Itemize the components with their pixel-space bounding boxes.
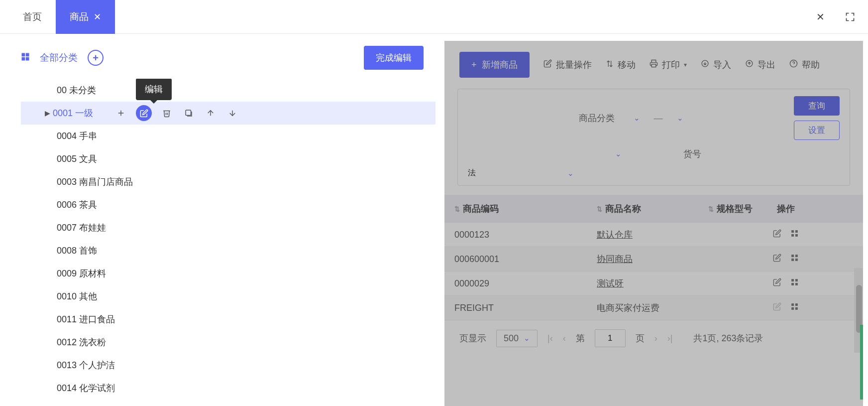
tree-item[interactable]: 0003 南昌门店商品: [21, 170, 435, 193]
add-category-button[interactable]: +: [88, 50, 104, 66]
tree-item[interactable]: 0007 布娃娃: [21, 216, 435, 239]
export-button[interactable]: 导出: [745, 59, 775, 71]
row-edit-icon[interactable]: [773, 229, 781, 240]
name-link[interactable]: 默认仓库: [597, 229, 633, 241]
product-table: ⇅商品编码 ⇅商品名称 ⇅规格型号 操作 0000123 默认仓库 000600…: [444, 195, 863, 320]
first-page-icon[interactable]: |‹: [547, 333, 553, 344]
move-up-icon[interactable]: [204, 106, 217, 120]
svg-rect-21: [795, 279, 798, 281]
sort-icon: ⇅: [597, 205, 602, 213]
row-more-icon[interactable]: [790, 278, 799, 289]
per-page-label: 页显示: [459, 332, 486, 344]
filter-category-label: 商品分类: [579, 112, 620, 124]
settings-button[interactable]: 设置: [794, 121, 840, 140]
help-button[interactable]: 帮助: [789, 59, 820, 71]
tree-item[interactable]: 0010 其他: [21, 285, 435, 308]
tree-item[interactable]: 0006 茶具: [21, 193, 435, 216]
row-more-icon[interactable]: [790, 229, 799, 240]
move-down-icon[interactable]: [225, 106, 239, 120]
tree-item[interactable]: 00 未分类: [21, 79, 435, 102]
move-button[interactable]: 移动: [606, 59, 636, 71]
prev-page-icon[interactable]: ‹: [563, 333, 566, 344]
next-page-icon[interactable]: ›: [654, 333, 657, 344]
sort-icon: [606, 60, 614, 70]
name-link[interactable]: 协同商品: [597, 253, 633, 265]
all-categories-label[interactable]: 全部分类: [40, 51, 78, 64]
finish-edit-button[interactable]: 完成编辑: [364, 46, 424, 70]
row-edit-icon: [773, 302, 781, 313]
filter-select-2a[interactable]: ⌄: [615, 149, 622, 158]
name-text: 电商买家付运费: [597, 302, 659, 314]
svg-rect-17: [795, 255, 798, 257]
name-link[interactable]: 测试呀: [597, 277, 624, 289]
tree-item[interactable]: [21, 400, 435, 406]
printer-icon: [650, 59, 658, 70]
filter-sku-label: 货号: [683, 148, 724, 160]
tree-item[interactable]: 0004 手串: [21, 125, 435, 147]
svg-rect-14: [791, 234, 794, 237]
fullscreen-icon[interactable]: [841, 8, 859, 26]
tree-item[interactable]: ▶ 0001 一级 编辑: [21, 102, 435, 125]
import-icon: [701, 59, 709, 70]
import-button[interactable]: 导入: [701, 59, 731, 71]
green-indicator: [860, 325, 863, 400]
row-more-icon[interactable]: [790, 254, 799, 265]
table-row[interactable]: FREIGHT 电商买家付运费: [444, 296, 863, 320]
svg-rect-26: [791, 307, 794, 310]
filter-category-select[interactable]: ⌄: [634, 114, 640, 123]
close-all-icon[interactable]: ✕: [811, 8, 829, 26]
tree-item[interactable]: 0011 进口食品: [21, 308, 435, 331]
print-button[interactable]: 打印 ▾: [650, 59, 687, 71]
tab-bar: 首页 商品 ✕ ✕: [0, 0, 868, 34]
svg-rect-12: [791, 230, 794, 233]
tree-item[interactable]: 0009 原材料: [21, 262, 435, 285]
category-panel: 全部分类 + 完成编辑 00 未分类 ▶ 0001 一级 编辑: [5, 41, 439, 406]
table-row[interactable]: 0000123 默认仓库: [444, 223, 863, 247]
tree-item[interactable]: 0013 个人护洁: [21, 354, 435, 377]
table-row[interactable]: 000600001 协同商品: [444, 247, 863, 271]
close-icon[interactable]: ✕: [94, 11, 101, 22]
delete-icon[interactable]: [160, 106, 174, 120]
page-input[interactable]: [595, 329, 626, 347]
filter-select-3[interactable]: ⌄: [567, 169, 574, 178]
tree-item[interactable]: 0014 化学试剂: [21, 377, 435, 400]
chevron-down-icon: ⌄: [567, 169, 574, 178]
svg-rect-13: [795, 230, 798, 233]
grid-icon: [21, 52, 30, 64]
svg-rect-27: [795, 307, 798, 310]
svg-rect-3: [26, 57, 29, 60]
tree-item[interactable]: 0008 首饰: [21, 239, 435, 262]
sort-icon: ⇅: [454, 205, 460, 213]
tooltip: 编辑: [136, 79, 172, 100]
add-product-button[interactable]: +新增商品: [459, 52, 530, 78]
tree-item[interactable]: 0005 文具: [21, 147, 435, 170]
batch-action-button[interactable]: 批量操作: [543, 59, 592, 71]
last-page-icon[interactable]: ›|: [667, 333, 673, 344]
tab-product[interactable]: 商品 ✕: [56, 0, 115, 34]
toolbar: +新增商品 批量操作 移动 打印 ▾ 导入: [444, 41, 863, 88]
edit-icon[interactable]: 编辑: [136, 105, 152, 121]
th-name[interactable]: ⇅商品名称: [587, 203, 698, 215]
dash: —: [654, 113, 663, 124]
tab-home[interactable]: 首页: [9, 0, 56, 34]
th-action: 操作: [758, 203, 814, 215]
filter-category-to-select[interactable]: ⌄: [677, 114, 683, 123]
pager-total: 共1页, 263条记录: [693, 332, 763, 344]
row-edit-icon[interactable]: [773, 254, 781, 265]
svg-rect-0: [22, 53, 25, 56]
row-edit-icon[interactable]: [773, 278, 781, 289]
row-more-icon[interactable]: [790, 302, 799, 313]
query-button[interactable]: 查询: [794, 96, 840, 116]
move-icon[interactable]: [182, 106, 196, 120]
caret-right-icon[interactable]: ▶: [45, 109, 50, 117]
chevron-down-icon: ⌄: [634, 114, 640, 123]
page-prefix: 第: [576, 332, 585, 344]
svg-rect-20: [791, 279, 794, 281]
tree-item[interactable]: 0012 洗衣粉: [21, 331, 435, 354]
th-code[interactable]: ⇅商品编码: [444, 203, 587, 215]
add-child-icon[interactable]: [114, 106, 128, 120]
th-spec[interactable]: ⇅规格型号: [698, 203, 758, 215]
chevron-down-icon: ⌄: [524, 334, 530, 343]
table-row[interactable]: 0000029 测试呀: [444, 271, 863, 296]
per-page-select[interactable]: 500⌄: [496, 330, 538, 347]
